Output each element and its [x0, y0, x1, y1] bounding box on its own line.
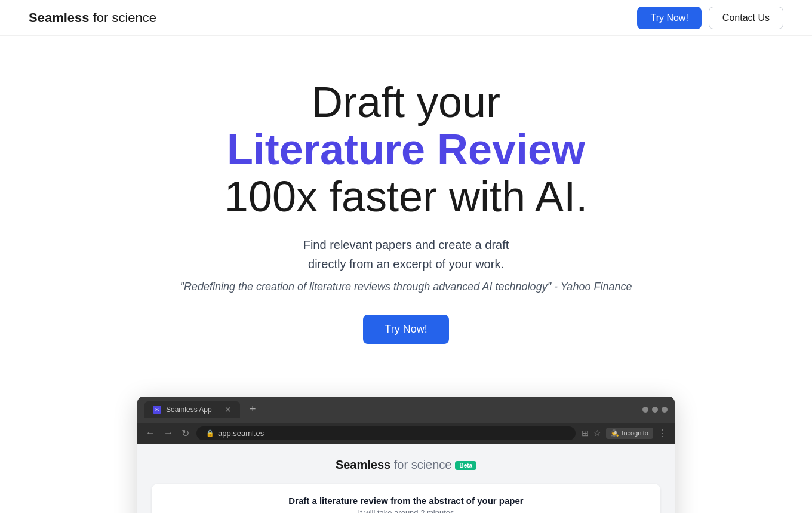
browser-titlebar: S Seamless App ✕ +: [137, 397, 675, 423]
hero-quote: "Redefining the creation of literature r…: [14, 281, 798, 293]
browser-tab: S Seamless App ✕: [144, 401, 240, 418]
hero-title-line2: Literature Review: [14, 126, 798, 173]
browser-chrome: S Seamless App ✕ + ← → ↻ 🔒: [137, 397, 675, 444]
incognito-label: Incognito: [622, 429, 648, 437]
try-now-button[interactable]: Try Now!: [637, 7, 701, 29]
maximize-icon[interactable]: [652, 407, 658, 413]
app-content: Seamless for scienceBeta Draft a literat…: [137, 444, 675, 513]
back-button[interactable]: ←: [144, 428, 156, 438]
tab-label: Seamless App: [166, 406, 212, 414]
hero-title-line3: 100x faster with AI.: [14, 173, 798, 220]
hero-subtitle: Find relevant papers and create a draft …: [14, 235, 798, 274]
app-logo-light: for science: [390, 458, 451, 471]
logo-regular: for science: [90, 10, 157, 25]
browser-right-icons: ⊞ ☆ 🕵 Incognito ⋮: [582, 428, 668, 439]
incognito-badge: 🕵 Incognito: [606, 428, 653, 439]
minimize-icon[interactable]: [642, 407, 648, 413]
hero-cta: Try Now!: [14, 315, 798, 344]
app-logo: Seamless for scienceBeta: [336, 458, 476, 471]
reload-button[interactable]: ↻: [180, 428, 190, 439]
forward-button[interactable]: →: [162, 428, 174, 438]
app-card: Draft a literature review from the abstr…: [152, 484, 660, 513]
browser-window: S Seamless App ✕ + ← → ↻ 🔒: [137, 397, 675, 513]
app-logo-bold: Seamless: [336, 458, 390, 471]
contact-us-button[interactable]: Contact Us: [709, 7, 783, 29]
new-tab-button[interactable]: +: [245, 403, 261, 416]
browser-addressbar: ← → ↻ 🔒 app.seaml.es ⊞ ☆ 🕵 Incognito ⋮: [137, 423, 675, 444]
screenshot-wrapper: S Seamless App ✕ + ← → ↻ 🔒: [0, 397, 812, 513]
browser-controls-right: [642, 407, 668, 413]
hero-try-now-button[interactable]: Try Now!: [363, 315, 448, 344]
tab-close-icon[interactable]: ✕: [224, 405, 232, 414]
app-inner-header: Seamless for scienceBeta: [152, 458, 660, 472]
logo-bold: Seamless: [29, 10, 90, 25]
logo: Seamless for science: [29, 10, 156, 26]
hero-subtitle-line1: Find relevant papers and create a draft: [303, 238, 509, 251]
hero-section: Draft your Literature Review 100x faster…: [0, 36, 812, 368]
hero-title: Draft your Literature Review 100x faster…: [14, 79, 798, 221]
tab-favicon: S: [153, 406, 161, 414]
extensions-icon: ⊞: [582, 428, 589, 438]
hero-subtitle-line2: directly from an excerpt of your work.: [308, 257, 504, 271]
address-field[interactable]: 🔒 app.seaml.es: [196, 426, 576, 440]
hero-title-line1: Draft your: [14, 79, 798, 126]
lock-icon: 🔒: [206, 429, 214, 437]
beta-badge: Beta: [455, 461, 476, 470]
address-text: app.seaml.es: [218, 429, 264, 438]
header-buttons: Try Now! Contact Us: [637, 7, 783, 29]
close-icon[interactable]: [662, 407, 668, 413]
header: Seamless for science Try Now! Contact Us: [0, 0, 812, 36]
menu-icon[interactable]: ⋮: [658, 428, 668, 439]
app-card-title: Draft a literature review from the abstr…: [166, 496, 646, 506]
app-card-subtitle: It will take around 2 minutes: [166, 508, 646, 513]
bookmark-icon: ☆: [593, 428, 601, 438]
incognito-icon: 🕵: [611, 429, 619, 437]
